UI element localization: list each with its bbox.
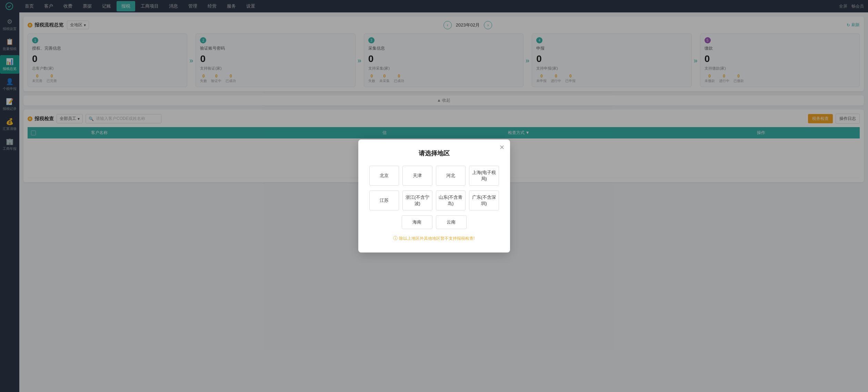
region-btn-shanghai[interactable]: 上海(电子税局) (469, 166, 499, 186)
region-btn-zhejiang[interactable]: 浙江(不含宁波) (402, 190, 432, 210)
region-btn-yunnan[interactable]: 云南 (436, 215, 467, 229)
modal-close-button[interactable]: ✕ (499, 144, 505, 151)
region-grid-row1: 北京 天津 河北 上海(电子税局) (369, 166, 499, 186)
region-btn-shandong[interactable]: 山东(不含青岛) (436, 190, 466, 210)
region-grid-row3: 海南 云南 (369, 215, 499, 229)
region-btn-jiangsu[interactable]: 江苏 (369, 190, 399, 210)
region-select-modal: ✕ 请选择地区 北京 天津 河北 上海(电子税局) 江苏 浙江(不含宁波) 山东… (358, 140, 510, 252)
region-btn-tianjin[interactable]: 天津 (402, 166, 432, 186)
modal-title: 请选择地区 (369, 149, 499, 157)
modal-warning: ⓘ 除以上地区外其他地区暂不支持报税检查! (369, 235, 499, 241)
region-grid-row2: 江苏 浙江(不含宁波) 山东(不含青岛) 广东(不含深圳) (369, 190, 499, 210)
region-btn-guangdong[interactable]: 广东(不含深圳) (469, 190, 499, 210)
region-btn-beijing[interactable]: 北京 (369, 166, 399, 186)
warning-icon: ⓘ (393, 235, 398, 241)
modal-overlay[interactable]: ✕ 请选择地区 北京 天津 河北 上海(电子税局) 江苏 浙江(不含宁波) 山东… (0, 0, 868, 392)
region-btn-hainan[interactable]: 海南 (402, 215, 432, 229)
region-btn-hebei[interactable]: 河北 (436, 166, 466, 186)
